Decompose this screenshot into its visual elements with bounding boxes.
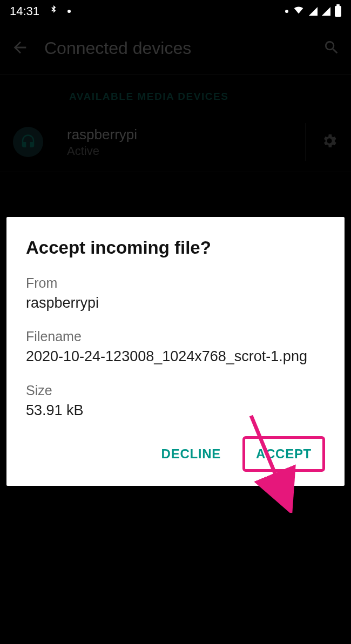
from-label: From — [26, 275, 325, 291]
back-button[interactable] — [11, 38, 29, 59]
decline-button[interactable]: DECLINE — [151, 436, 232, 472]
bluetooth-icon — [48, 4, 59, 18]
divider — [0, 172, 351, 172]
from-value: raspberrypi — [26, 293, 325, 313]
device-row[interactable]: raspberrypi Active — [0, 112, 351, 172]
filename-value: 2020-10-24-123008_1024x768_scrot-1.png — [26, 347, 325, 366]
status-dot-icon — [285, 10, 288, 13]
status-dot-icon — [68, 10, 71, 13]
status-bar: 14:31 — [0, 0, 351, 23]
size-value: 53.91 kB — [26, 401, 325, 420]
wifi-icon — [293, 4, 305, 19]
accept-button[interactable]: ACCEPT — [242, 436, 325, 472]
app-bar: Connected devices — [0, 23, 351, 74]
clock: 14:31 — [10, 4, 39, 18]
signal-icon — [309, 7, 318, 16]
incoming-file-dialog: Accept incoming file? From raspberrypi F… — [6, 217, 345, 486]
filename-label: Filename — [26, 329, 325, 344]
headset-icon — [13, 127, 43, 157]
device-status: Active — [67, 144, 290, 158]
dialog-title: Accept incoming file? — [26, 238, 325, 258]
device-name: raspberrypi — [67, 126, 290, 143]
section-header: AVAILABLE MEDIA DEVICES — [0, 74, 351, 112]
battery-icon — [335, 6, 341, 17]
page-title: Connected devices — [44, 38, 308, 58]
signal-icon — [322, 7, 330, 16]
divider — [305, 123, 306, 161]
size-label: Size — [26, 383, 325, 398]
search-button[interactable] — [323, 39, 340, 58]
device-settings-button[interactable] — [321, 132, 338, 152]
